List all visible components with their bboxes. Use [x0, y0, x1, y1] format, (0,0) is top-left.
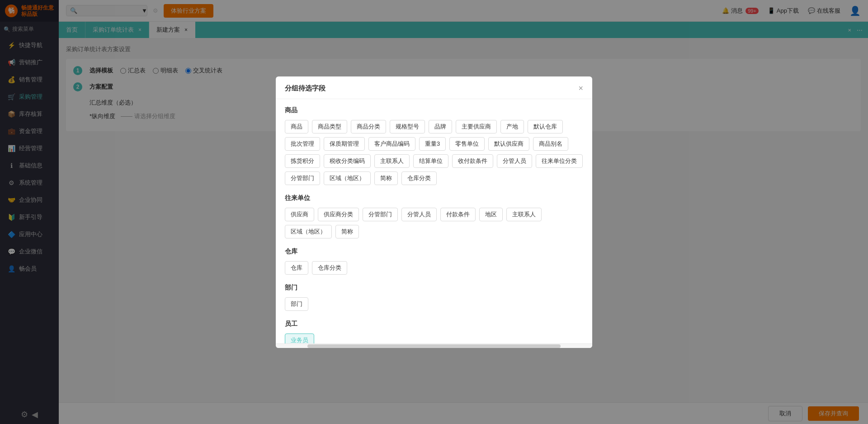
tag-main-contact[interactable]: 主联系人: [374, 154, 410, 168]
tag-settlement-unit[interactable]: 结算单位: [413, 154, 448, 168]
tag-main-contact2[interactable]: 主联系人: [506, 208, 542, 221]
tag-dept-person[interactable]: 分管人员: [401, 208, 437, 221]
tag-source-unit-category[interactable]: 往来单位分类: [536, 154, 583, 168]
modal-section-counterparty: 往来单位供应商供应商分类分管部门分管人员付款条件地区主联系人区域（地区）简称: [285, 194, 583, 238]
tag-weight3[interactable]: 重量3: [419, 137, 446, 151]
section-title-goods: 商品: [285, 106, 583, 114]
tag-brand[interactable]: 品牌: [429, 120, 452, 133]
tag-short-name2[interactable]: 简称: [335, 225, 359, 238]
tag-wh-category[interactable]: 仓库分类: [312, 261, 347, 275]
tags-grid-warehouse: 仓库仓库分类: [285, 261, 583, 275]
tag-spec-type[interactable]: 规格型号: [390, 120, 425, 133]
modal-body[interactable]: 商品商品商品类型商品分类规格型号品牌主要供应商产地默认仓库批次管理保质期管理客户…: [276, 99, 592, 343]
tags-grid-staff: 业务员: [285, 333, 583, 343]
tag-goods-category[interactable]: 商品分类: [351, 120, 386, 133]
overlay: 分组待选字段 × 商品商品商品类型商品分类规格型号品牌主要供应商产地默认仓库批次…: [0, 0, 868, 424]
section-title-staff: 员工: [285, 320, 583, 328]
tag-origin[interactable]: 产地: [500, 120, 524, 133]
modal-section-goods: 商品商品商品类型商品分类规格型号品牌主要供应商产地默认仓库批次管理保质期管理客户…: [285, 106, 583, 185]
tags-grid-counterparty: 供应商供应商分类分管部门分管人员付款条件地区主联系人区域（地区）简称: [285, 208, 583, 238]
tag-supplier[interactable]: 供应商: [285, 208, 314, 221]
tag-shelf-life-mgmt[interactable]: 保质期管理: [324, 137, 365, 151]
modal-close-button[interactable]: ×: [578, 84, 583, 93]
tag-region2[interactable]: 区域（地区）: [285, 225, 332, 238]
section-title-warehouse: 仓库: [285, 248, 583, 256]
tag-dept2[interactable]: 部门: [285, 297, 308, 311]
tag-default-supplier[interactable]: 默认供应商: [488, 137, 529, 151]
modal-section-department: 部门部门: [285, 284, 583, 311]
tag-payment-cond[interactable]: 付款条件: [440, 208, 476, 221]
modal-header: 分组待选字段 ×: [276, 76, 592, 99]
section-title-department: 部门: [285, 284, 583, 292]
tag-area[interactable]: 地区: [479, 208, 503, 221]
modal-section-staff: 员工业务员: [285, 320, 583, 343]
tag-goods-alias[interactable]: 商品别名: [533, 137, 568, 151]
modal: 分组待选字段 × 商品商品商品类型商品分类规格型号品牌主要供应商产地默认仓库批次…: [276, 76, 592, 348]
tag-dept[interactable]: 分管部门: [363, 208, 398, 221]
tag-pickup-points[interactable]: 拣货积分: [285, 154, 320, 168]
tag-salesperson[interactable]: 业务员: [285, 333, 314, 343]
modal-horizontal-scrollbar[interactable]: [276, 343, 592, 348]
tag-short-name[interactable]: 简称: [374, 172, 398, 185]
tag-batch-mgmt[interactable]: 批次管理: [285, 137, 320, 151]
tag-supplier-category[interactable]: 供应商分类: [318, 208, 359, 221]
tag-main-supplier[interactable]: 主要供应商: [456, 120, 497, 133]
tag-region[interactable]: 区域（地区）: [324, 172, 371, 185]
tag-manager[interactable]: 分管人员: [497, 154, 532, 168]
tag-tax-category-code[interactable]: 税收分类编码: [324, 154, 371, 168]
tag-payment-terms[interactable]: 收付款条件: [452, 154, 493, 168]
tag-customer-goods-code[interactable]: 客户商品编码: [368, 137, 415, 151]
tag-warehouse-category[interactable]: 仓库分类: [401, 172, 437, 185]
tag-dept-in-charge[interactable]: 分管部门: [285, 172, 320, 185]
tag-goods-type[interactable]: 商品类型: [312, 120, 347, 133]
tags-grid-goods: 商品商品类型商品分类规格型号品牌主要供应商产地默认仓库批次管理保质期管理客户商品…: [285, 120, 583, 185]
section-title-counterparty: 往来单位: [285, 194, 583, 202]
modal-title: 分组待选字段: [285, 84, 326, 93]
tag-default-warehouse[interactable]: 默认仓库: [528, 120, 563, 133]
tag-wh[interactable]: 仓库: [285, 261, 308, 275]
tag-retail-unit[interactable]: 零售单位: [449, 137, 485, 151]
modal-section-warehouse: 仓库仓库仓库分类: [285, 248, 583, 275]
tag-goods[interactable]: 商品: [285, 120, 308, 133]
tags-grid-department: 部门: [285, 297, 583, 311]
